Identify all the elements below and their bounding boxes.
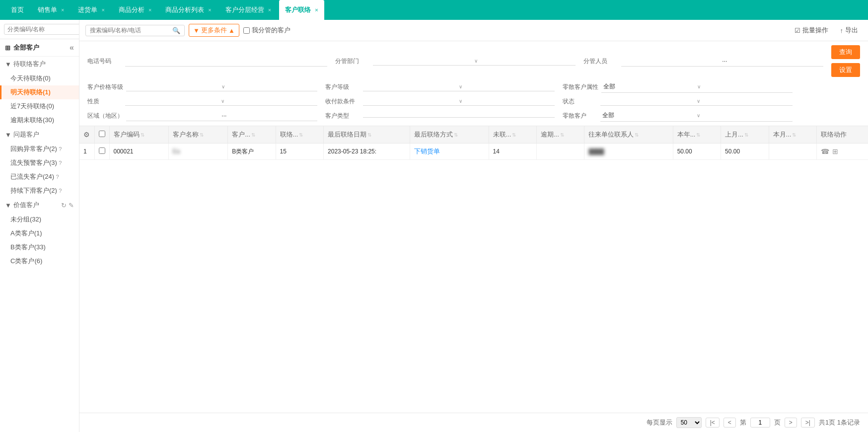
pagination: 每页显示 50 100 200 |< < 第 页 > >| 共1页 1条记录: [79, 413, 868, 432]
edit-icon[interactable]: ✎: [69, 202, 74, 209]
phone-input[interactable]: [125, 56, 327, 67]
payment-field: 收付款条件 ∨: [325, 97, 555, 106]
sidebar-item-overdue[interactable]: 逾期未联络(30): [0, 113, 79, 127]
manager-select[interactable]: ···: [621, 56, 823, 67]
last-method-link[interactable]: 下销货单: [414, 147, 440, 155]
nav-sales-close[interactable]: ×: [61, 7, 64, 13]
search-icon[interactable]: 🔍: [172, 27, 180, 34]
nav-product-analysis-close[interactable]: ×: [148, 7, 151, 13]
sidebar-search-input[interactable]: [4, 24, 79, 35]
class-c-label: C类客户(6): [10, 257, 42, 265]
nav-sales[interactable]: 销售单 ×: [32, 0, 70, 20]
status-field: 状态 ∨: [563, 97, 793, 106]
prev-page-btn[interactable]: <: [723, 418, 736, 428]
batch-btn[interactable]: ☑ 批量操作: [791, 24, 832, 36]
nav-customer-contact-close[interactable]: ×: [315, 7, 318, 13]
filter-btn[interactable]: ▼ 更多条件 ▲: [189, 24, 239, 37]
search-input[interactable]: [90, 27, 170, 34]
sidebar-item-class-a[interactable]: A类客户(1): [0, 226, 79, 240]
export-btn[interactable]: ↑ 导出: [836, 24, 863, 36]
my-customers-wrap: 我分管的客户: [243, 26, 290, 35]
row-select-checkbox[interactable]: [99, 147, 105, 154]
nav-customer-tier-close[interactable]: ×: [268, 7, 271, 13]
area-select[interactable]: ···: [126, 111, 317, 121]
refresh-icon[interactable]: ↻: [61, 202, 67, 209]
retail-attr-select[interactable]: 全部 ∨: [601, 81, 793, 93]
sort-last-date[interactable]: ⇅: [367, 132, 371, 138]
page-size-label: 每页显示: [647, 418, 672, 427]
price-level-label: 客户价格等级: [87, 83, 123, 91]
page-size-select[interactable]: 50 100 200: [676, 417, 702, 428]
sort-contact[interactable]: ⇅: [299, 132, 303, 138]
status-select[interactable]: ∨: [600, 97, 793, 106]
sidebar-all-customers[interactable]: ⊞ 全部客户 «: [0, 39, 79, 57]
table-body: 1 000021 Ea B类客户 15 2023-05-23 18:25: 下销…: [79, 144, 868, 160]
next-page-btn[interactable]: >: [785, 418, 797, 428]
sidebar-group-pending[interactable]: ▼ 待联络客户: [0, 57, 79, 72]
query-btn[interactable]: 查询: [831, 45, 860, 59]
my-customers-checkbox[interactable]: [243, 27, 250, 34]
sidebar-item-churn-warning[interactable]: 流失预警客户(3) ?: [0, 156, 79, 170]
sidebar-item-churned[interactable]: 已流失客户(24) ?: [0, 170, 79, 184]
table-header-row: ⚙ 客户编码 ⇅ 客户名称: [79, 126, 868, 144]
nav-purchase[interactable]: 进货单 ×: [72, 0, 110, 20]
sidebar-item-ungrouped[interactable]: 未分组(32): [0, 213, 79, 226]
row-last-date: 2023-05-23 18:25:: [324, 144, 410, 160]
sort-contact-person[interactable]: ⇅: [635, 132, 639, 138]
sidebar-item-7days[interactable]: 近7天待联络(0): [0, 99, 79, 113]
nav-product-list-close[interactable]: ×: [208, 7, 211, 13]
last-page-btn[interactable]: >|: [801, 418, 815, 428]
grid-icon: ⊞: [5, 44, 10, 52]
total-label: 共1页 1条记录: [819, 418, 860, 427]
sidebar-item-abnormal[interactable]: 回购异常客户(2) ?: [0, 142, 79, 156]
sort-overdue[interactable]: ⇅: [560, 132, 564, 138]
sidebar-item-class-b[interactable]: B类客户(33): [0, 240, 79, 254]
sort-type[interactable]: ⇅: [251, 132, 255, 138]
phone-action-icon[interactable]: ☎: [821, 147, 829, 155]
nav-product-analysis[interactable]: 商品分析 ×: [113, 0, 157, 20]
row-this-year: 50.00: [673, 144, 721, 160]
th-this-month: 本月... ⇅: [769, 126, 816, 144]
customer-type-select[interactable]: [363, 114, 555, 118]
sort-name[interactable]: ⇅: [200, 132, 204, 138]
settings-btn[interactable]: 设置: [831, 63, 860, 77]
grid-action-icon[interactable]: ⊞: [832, 147, 838, 155]
sidebar-item-tomorrow[interactable]: 明天待联络(1): [0, 85, 79, 99]
sidebar-group-problem[interactable]: ▼ 问题客户: [0, 127, 79, 142]
nav-customer-contact[interactable]: 客户联络 ×: [279, 0, 324, 20]
nav-customer-tier[interactable]: 客户分层经营 ×: [219, 0, 277, 20]
retail-customer-field: 零散客户 全部 ∨: [563, 110, 793, 122]
sidebar-item-declining[interactable]: 持续下滑客户(2) ?: [0, 184, 79, 198]
gear-settings-icon[interactable]: ⚙: [83, 131, 90, 139]
sort-this-year[interactable]: ⇅: [696, 132, 700, 138]
gender-select[interactable]: ∨: [125, 97, 317, 106]
sort-code[interactable]: ⇅: [141, 132, 145, 138]
sidebar-collapse-btn[interactable]: «: [70, 43, 74, 52]
sidebar-group-value[interactable]: ▼ 价值客户 ↻ ✎: [0, 198, 79, 213]
phone-label: 电话号码: [87, 57, 122, 66]
customer-type-field: 客户类型: [325, 112, 555, 120]
sidebar-item-class-c[interactable]: C类客户(6): [0, 254, 79, 268]
nav-home[interactable]: 首页: [5, 0, 30, 20]
nav-product-list[interactable]: 商品分析列表 ×: [159, 0, 217, 20]
sort-last-method[interactable]: ⇅: [454, 132, 458, 138]
select-all-checkbox[interactable]: [99, 131, 105, 137]
value-group-label: 价值客户: [13, 201, 39, 210]
dept-select[interactable]: ∨: [373, 57, 575, 66]
sidebar-item-today[interactable]: 今天待联络(0): [0, 72, 79, 85]
sort-uncontacted[interactable]: ⇅: [512, 132, 516, 138]
sort-this-month[interactable]: ⇅: [792, 132, 796, 138]
price-level-select[interactable]: ∨: [126, 82, 317, 91]
first-page-btn[interactable]: |<: [706, 418, 720, 428]
price-level-chev: ∨: [221, 84, 315, 89]
manager-dots[interactable]: ···: [722, 58, 821, 65]
area-dots[interactable]: ···: [221, 112, 315, 119]
retail-attr-field: 零散客户属性 全部 ∨: [563, 81, 793, 93]
retail-customer-select[interactable]: 全部 ∨: [600, 110, 793, 122]
payment-select[interactable]: ∨: [363, 97, 555, 106]
nav-purchase-close[interactable]: ×: [101, 7, 104, 13]
sort-last-month[interactable]: ⇅: [744, 132, 748, 138]
customer-level-select[interactable]: ∨: [363, 82, 555, 91]
row-type: B类客户: [228, 144, 276, 160]
page-input[interactable]: [750, 418, 770, 428]
